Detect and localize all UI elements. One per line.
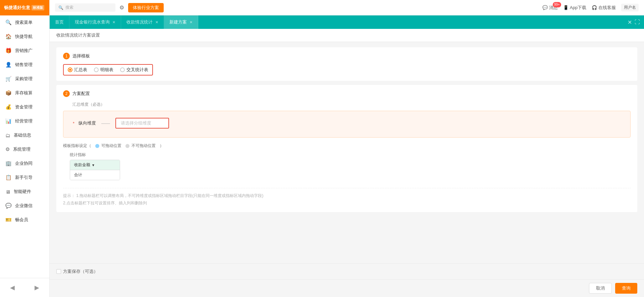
tab-receipt[interactable]: 收款情况统计 ✕ — [121, 15, 164, 29]
sidebar-logo: 畅捷通好生意 标准版 — [0, 0, 49, 15]
user-profile[interactable]: 用户名 — [621, 4, 639, 11]
sidebar-item-funds[interactable]: 💰 资金管理 — [0, 100, 49, 114]
tabbar: 首页 现金银行流水查询 ✕ 收款情况统计 ✕ 新建方案 ✕ ✕ ⛶ — [50, 15, 644, 29]
radio-cross-label: 交叉统计表 — [126, 67, 148, 73]
sidebar-item-guide[interactable]: 📋 新手引导 — [0, 170, 49, 185]
tip-line1: 提示： 1.拖动标题栏可以调整布局，不可跨维度或指标区域拖动栏目字段(只能在同一… — [63, 192, 631, 200]
sidebar-item-label: 搜索菜单 — [15, 19, 33, 26]
dimension-row: * 纵向维度 —— 请选择分组维度 — [73, 118, 624, 129]
sidebar-bottom: ◀ ▶ — [0, 278, 49, 297]
radio-detail-label: 明细表 — [100, 67, 113, 73]
sidebar-item-label: 采购管理 — [15, 76, 33, 82]
topbar-search[interactable]: 🔍 搜索 — [55, 3, 115, 12]
sidebar-item-management[interactable]: 📊 经营管理 — [0, 114, 49, 128]
radio-detail-circle — [94, 67, 99, 72]
indicator-table-row: 合计 — [70, 170, 120, 180]
indicator-table-header: 收款金额 ▾ — [70, 160, 120, 170]
sidebar-item-marketing[interactable]: 🎁 营销推广 — [0, 44, 49, 58]
required-star: * — [73, 121, 74, 126]
message-badge[interactable]: 💬 消息 99+ — [542, 5, 558, 11]
save-plan-checkbox[interactable]: 方案保存（可选） — [56, 268, 98, 275]
tab-cashflow[interactable]: 现金银行流水查询 ✕ — [69, 15, 121, 29]
folder-icon: 🗂 — [5, 133, 10, 138]
tips-area: 提示： 1.拖动标题栏可以调整布局，不可跨维度或指标区域拖动栏目字段(只能在同一… — [63, 188, 631, 207]
download-link[interactable]: 📱 App下载 — [563, 5, 586, 11]
topbar-right: 💬 消息 99+ 📱 App下载 🎧 在线客服 用户名 — [542, 4, 639, 11]
tab-home[interactable]: 首页 — [50, 15, 69, 29]
sidebar: 畅捷通好生意 标准版 🔍 搜索菜单 🏠 快捷导航 🎁 营销推广 👤 销售管理 🛒… — [0, 0, 50, 297]
service-link[interactable]: 🎧 在线客服 — [592, 5, 616, 11]
sidebar-item-label: 经营管理 — [15, 118, 33, 124]
sidebar-item-hardware[interactable]: 🖥 智能硬件 — [0, 185, 49, 199]
non-draggable-indicator — [125, 144, 129, 148]
non-draggable-tag: 不可拖动位置 — [125, 143, 156, 149]
sidebar-item-wechat[interactable]: 💬 企业微信 — [0, 199, 49, 213]
sidebar-item-enterprise[interactable]: 🏢 企业协同 — [0, 156, 49, 170]
tab-expand-icon[interactable]: ⛶ — [635, 19, 640, 25]
sidebar-item-label: 企业微信 — [15, 203, 33, 209]
page-body: 1 选择模板 汇总表 明细表 交叉统计表 — [50, 42, 644, 263]
service-icon: 🎧 — [592, 5, 597, 10]
tab-newplan-close[interactable]: ✕ — [190, 20, 193, 24]
sidebar-item-inventory[interactable]: 📦 库存核算 — [0, 86, 49, 100]
tab-close-all-icon[interactable]: ✕ — [628, 19, 632, 26]
tab-newplan[interactable]: 新建方案 ✕ — [164, 15, 198, 29]
industry-button[interactable]: 体验行业方案 — [128, 3, 164, 12]
sidebar-item-label: 畅会员 — [15, 217, 28, 223]
ticket-icon: 🎫 — [5, 217, 12, 223]
draggable-tag: 可拖动位置 — [95, 143, 121, 149]
sidebar-collapse-btn[interactable]: ◀ — [6, 281, 19, 294]
draggable-label: 可拖动位置 — [101, 143, 121, 149]
footer: 方案保存（可选） — [50, 263, 644, 279]
radio-summary-label: 汇总表 — [74, 67, 87, 73]
radio-cross[interactable]: 交叉统计表 — [120, 67, 148, 73]
sidebar-item-member[interactable]: 🎫 畅会员 — [0, 213, 49, 227]
query-button[interactable]: 查询 — [615, 283, 637, 294]
clipboard-icon: 📋 — [5, 175, 12, 181]
sidebar-item-label: 快捷导航 — [15, 34, 33, 40]
sidebar-item-basic[interactable]: 🗂 基础信息 — [0, 128, 49, 142]
sidebar-item-label: 库存核算 — [15, 90, 33, 96]
sidebar-item-label: 资金管理 — [15, 104, 33, 110]
sidebar-item-search[interactable]: 🔍 搜索菜单 — [0, 15, 49, 30]
save-plan-label: 方案保存（可选） — [63, 268, 98, 275]
dropdown-chevron-icon[interactable]: ▾ — [92, 163, 94, 167]
user-icon: 👤 — [5, 62, 12, 68]
building-icon: 🏢 — [5, 160, 12, 166]
step1-title: 选择模板 — [72, 53, 90, 59]
step2-header: 2 方案配置 — [63, 90, 631, 97]
step2-badge: 2 — [63, 90, 70, 97]
tab-cashflow-close[interactable]: ✕ — [112, 20, 115, 24]
search-icon: 🔍 — [58, 5, 63, 10]
sidebar-item-system[interactable]: ⚙ 系统管理 — [0, 142, 49, 156]
sidebar-expand-btn[interactable]: ▶ — [30, 281, 44, 294]
topbar: 🔍 搜索 ⚙ 体验行业方案 💬 消息 99+ 📱 App下载 🎧 在线客服 用户… — [50, 0, 644, 15]
tab-receipt-label: 收款情况统计 — [126, 19, 153, 25]
radio-summary[interactable]: 汇总表 — [68, 67, 87, 73]
home-icon: 🏠 — [5, 34, 12, 40]
sidebar-item-purchase[interactable]: 🛒 采购管理 — [0, 72, 49, 86]
message-icon: 💬 — [542, 5, 548, 10]
dimension-select[interactable]: 请选择分组维度 — [115, 118, 169, 129]
message-count: 99+ — [553, 2, 561, 7]
dimension-area: * 纵向维度 —— 请选择分组维度 — [63, 111, 631, 138]
download-icon: 📱 — [563, 5, 569, 10]
radio-summary-circle — [68, 67, 72, 72]
step1-badge: 1 — [63, 53, 70, 59]
radio-detail[interactable]: 明细表 — [94, 67, 113, 73]
tabbar-right: ✕ ⛶ — [628, 19, 644, 26]
sidebar-item-quicknav[interactable]: 🏠 快捷导航 — [0, 30, 49, 44]
tab-receipt-close[interactable]: ✕ — [155, 20, 158, 24]
sidebar-item-sales[interactable]: 👤 销售管理 — [0, 58, 49, 72]
step2-section: 2 方案配置 汇总维度（必选） * 纵向维度 —— 请选择分组维度 — [56, 85, 637, 212]
chart-icon: 📊 — [5, 118, 12, 124]
box-icon: 📦 — [5, 90, 12, 96]
gear-icon: ⚙ — [5, 146, 10, 152]
draggable-indicator — [95, 144, 99, 148]
step2-title: 方案配置 — [72, 91, 90, 97]
sidebar-item-label: 智能硬件 — [14, 189, 31, 195]
sidebar-item-label: 企业协同 — [15, 160, 33, 166]
settings-icon[interactable]: ⚙ — [119, 4, 124, 11]
action-bar: 取消 查询 — [50, 279, 644, 297]
cancel-button[interactable]: 取消 — [589, 283, 612, 294]
